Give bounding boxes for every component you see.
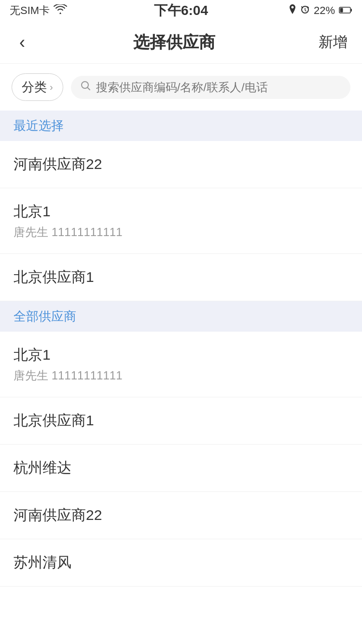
list-item[interactable]: 北京1唐先生 11111111111 — [0, 332, 362, 397]
status-left: 无SIM卡 — [10, 3, 67, 18]
search-box[interactable] — [71, 76, 350, 99]
recent-section-title: 最近选择 — [14, 118, 64, 133]
search-icon — [81, 81, 91, 94]
item-name: 杭州维达 — [14, 458, 348, 478]
svg-rect-2 — [340, 8, 343, 13]
category-label: 分类 — [22, 79, 47, 96]
all-suppliers-list: 北京1唐先生 11111111111北京供应商1杭州维达河南供应商22苏州清风 — [0, 332, 362, 587]
wifi-icon — [54, 4, 67, 17]
filter-bar: 分类 › — [0, 64, 362, 111]
status-right: 22% — [289, 4, 352, 17]
item-name: 河南供应商22 — [14, 505, 348, 525]
status-time: 下午6:04 — [154, 1, 208, 20]
battery-text: 22% — [314, 4, 335, 17]
alarm-icon — [300, 4, 310, 17]
item-name: 北京1 — [14, 202, 348, 222]
chevron-right-icon: › — [50, 82, 53, 93]
item-name: 北京供应商1 — [14, 411, 348, 431]
all-section-header: 全部供应商 — [0, 301, 362, 332]
list-item[interactable]: 河南供应商22 — [0, 141, 362, 188]
search-input[interactable] — [96, 81, 341, 94]
list-item[interactable]: 杭州维达 — [0, 445, 362, 492]
nav-bar: ‹ 选择供应商 新增 — [0, 21, 362, 64]
list-item[interactable]: 苏州清风 — [0, 539, 362, 587]
recent-list: 河南供应商22北京1唐先生 11111111111北京供应商1 — [0, 141, 362, 301]
item-name: 苏州清风 — [14, 553, 348, 573]
recent-section-header: 最近选择 — [0, 111, 362, 141]
status-bar: 无SIM卡 下午6:04 22% — [0, 0, 362, 21]
svg-rect-3 — [351, 9, 352, 12]
item-name: 北京供应商1 — [14, 267, 348, 287]
list-item[interactable]: 河南供应商22 — [0, 492, 362, 539]
add-button[interactable]: 新增 — [319, 32, 348, 52]
item-sub: 唐先生 11111111111 — [14, 368, 348, 383]
list-item[interactable]: 北京供应商1 — [0, 397, 362, 445]
category-button[interactable]: 分类 › — [12, 73, 63, 101]
list-item[interactable]: 北京供应商1 — [0, 254, 362, 301]
sim-text: 无SIM卡 — [10, 3, 50, 18]
all-section-title: 全部供应商 — [14, 309, 76, 323]
list-item[interactable]: 北京1唐先生 11111111111 — [0, 188, 362, 254]
item-name: 河南供应商22 — [14, 154, 348, 174]
item-sub: 唐先生 11111111111 — [14, 224, 348, 240]
location-icon — [289, 4, 296, 17]
item-name: 北京1 — [14, 345, 348, 365]
battery-icon — [339, 4, 352, 17]
page-title: 选择供应商 — [133, 31, 215, 54]
back-button[interactable]: ‹ — [14, 28, 30, 57]
